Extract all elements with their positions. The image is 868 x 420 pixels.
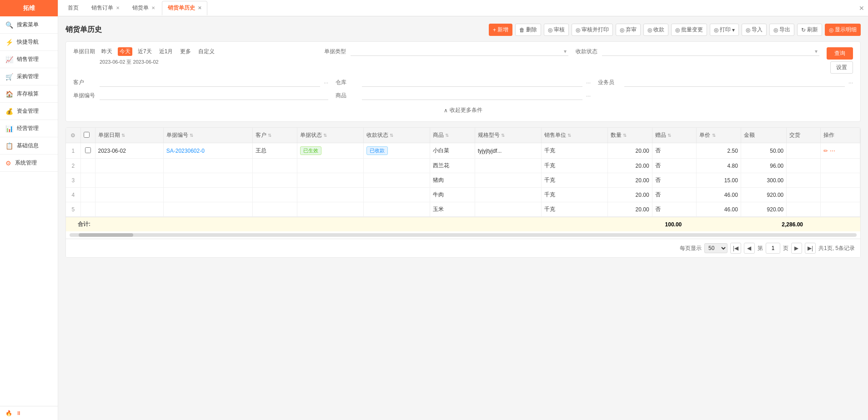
row-checkbox[interactable] xyxy=(80,159,95,173)
col-gift[interactable]: 赠品 ⇅ xyxy=(652,128,697,143)
query-button[interactable]: 查询 xyxy=(827,47,853,60)
filter-row-3: 单据编号 商品 ··· xyxy=(73,91,853,100)
collapse-button[interactable]: ∧ 收起更多条件 xyxy=(73,105,853,116)
tab-close-icon[interactable]: ✕ xyxy=(151,5,155,10)
tab-close-icon[interactable]: ✕ xyxy=(116,5,120,10)
col-doc-status[interactable]: 单据状态 ⇅ xyxy=(297,128,363,143)
sidebar-item-quick-nav[interactable]: ⚡ 快捷导航 xyxy=(0,34,58,51)
settings-button[interactable]: 设置 xyxy=(830,61,853,74)
col-gear[interactable]: ⚙ xyxy=(66,128,80,143)
goods-select-icon[interactable]: ··· xyxy=(586,93,591,99)
row-customer xyxy=(252,159,297,173)
collect-status-select[interactable]: ▾ xyxy=(602,47,819,56)
first-page-button[interactable]: |◀ xyxy=(730,243,741,254)
filter-row-2: 客户 ··· 仓库 ··· 业务员 ··· xyxy=(73,78,853,87)
select-all-checkbox[interactable] xyxy=(84,132,90,138)
date-shortcut-today[interactable]: 今天 xyxy=(118,47,132,56)
cart-icon: 🛒 xyxy=(5,73,13,80)
sidebar-item-finance[interactable]: 💰 资金管理 xyxy=(0,103,58,120)
sidebar-item-operations[interactable]: 📊 经营管理 xyxy=(0,120,58,137)
batch-change-button[interactable]: ◎ 批量变更 xyxy=(671,24,707,36)
page-header: 销货单历史 + 新增 🗑 删除 ◎ 审核 ◎ 审核并打印 xyxy=(65,24,861,36)
sidebar-item-sales-mgmt[interactable]: 📈 销售管理 xyxy=(0,51,58,68)
refresh-icon: ↻ xyxy=(801,27,806,33)
prev-page-button[interactable]: ◀ xyxy=(744,243,755,254)
doc-no-input[interactable] xyxy=(100,91,328,100)
goods-input[interactable] xyxy=(362,91,582,100)
refresh-button[interactable]: ↻ 刷新 xyxy=(797,24,822,36)
sidebar-item-inventory[interactable]: 🏠 库存核算 xyxy=(0,85,58,103)
sidebar-bottom-icon1[interactable]: 🔥 xyxy=(5,410,12,416)
tab-sales-goods[interactable]: 销货单 ✕ xyxy=(126,1,161,15)
row-collect-status xyxy=(363,202,430,217)
customer-select-icon[interactable]: ··· xyxy=(324,80,328,86)
last-page-button[interactable]: ▶| xyxy=(805,243,816,254)
col-goods[interactable]: 商品 ⇅ xyxy=(430,128,475,143)
sidebar-item-purchase-mgmt[interactable]: 🛒 采购管理 xyxy=(0,68,58,85)
col-spec-model[interactable]: 规格型号 ⇅ xyxy=(475,128,541,143)
col-unit-price[interactable]: 单价 ⇅ xyxy=(697,128,741,143)
row-doc-no[interactable] xyxy=(163,188,252,202)
tab-close-icon[interactable]: ✕ xyxy=(198,5,201,10)
gear-settings-icon[interactable]: ⚙ xyxy=(70,132,75,139)
row-collect-status xyxy=(363,159,430,173)
warehouse-select-icon[interactable]: ··· xyxy=(586,80,591,86)
page-size-select[interactable]: 50 100 200 xyxy=(704,243,728,253)
salesperson-input[interactable] xyxy=(624,78,845,87)
collect-status-input[interactable] xyxy=(604,48,815,55)
sidebar-item-basic-info[interactable]: 📋 基础信息 xyxy=(0,137,58,155)
tab-sales-order[interactable]: 销售订单 ✕ xyxy=(85,1,125,15)
import-button[interactable]: ◎ 导入 xyxy=(742,24,767,36)
add-button[interactable]: + 新增 xyxy=(489,24,512,36)
doc-type-select[interactable]: ▾ xyxy=(351,47,568,56)
horizontal-scrollbar[interactable] xyxy=(70,233,857,237)
sidebar-item-search-menu[interactable]: 🔍 搜索菜单 xyxy=(0,16,58,34)
col-quantity[interactable]: 数量 ⇅ xyxy=(607,128,652,143)
row-doc-no[interactable] xyxy=(163,202,252,217)
row-checkbox[interactable] xyxy=(80,202,95,217)
row-select-checkbox[interactable] xyxy=(85,147,91,153)
display-detail-button[interactable]: ◎ 显示明细 xyxy=(825,24,861,36)
close-all-tabs-button[interactable]: ✕ xyxy=(859,5,864,12)
col-amount: 金额 xyxy=(741,128,786,143)
row-checkbox[interactable] xyxy=(80,173,95,188)
date-shortcut-yesterday[interactable]: 昨天 xyxy=(100,47,114,56)
row-doc-no[interactable] xyxy=(163,159,252,173)
edit-action-btn[interactable]: ✏ xyxy=(823,148,828,154)
print-button[interactable]: ◎ 打印 ▾ xyxy=(710,24,739,36)
tab-home[interactable]: 首页 xyxy=(62,1,85,15)
next-page-button[interactable]: ▶ xyxy=(791,243,802,254)
row-checkbox[interactable] xyxy=(80,188,95,202)
date-shortcut-more[interactable]: 更多 xyxy=(178,47,193,56)
row-checkbox[interactable] xyxy=(80,143,95,159)
date-shortcut-1month[interactable]: 近1月 xyxy=(157,47,175,56)
col-collect-status[interactable]: 收款状态 ⇅ xyxy=(363,128,430,143)
row-doc-no[interactable] xyxy=(163,173,252,188)
row-customer xyxy=(252,173,297,188)
col-doc-no[interactable]: 单据编号 ⇅ xyxy=(163,128,252,143)
delete-button[interactable]: 🗑 删除 xyxy=(515,24,541,36)
customer-input[interactable] xyxy=(100,78,320,87)
date-shortcut-custom[interactable]: 自定义 xyxy=(196,47,216,56)
audit-button[interactable]: ◎ 审核 xyxy=(544,24,569,36)
doc-type-input[interactable] xyxy=(352,48,563,55)
sidebar-item-sys-mgmt[interactable]: ⚙ 系统管理 xyxy=(0,155,58,172)
more-action-btn[interactable]: ⋯ xyxy=(830,148,835,154)
date-shortcut-7days[interactable]: 近7天 xyxy=(136,47,154,56)
sidebar-item-label: 经营管理 xyxy=(17,125,39,132)
tab-sales-goods-history[interactable]: 销货单历史 ✕ xyxy=(162,1,207,15)
row-doc-no[interactable]: SA-20230602-0 xyxy=(163,143,252,159)
audit-print-button[interactable]: ◎ 审核并打印 xyxy=(572,24,613,36)
col-customer[interactable]: 客户 ⇅ xyxy=(252,128,297,143)
sidebar-bottom-icon2[interactable]: ⏸ xyxy=(16,410,21,416)
warehouse-input[interactable] xyxy=(362,78,582,87)
table-row: 1 2023-06-02 SA-20230602-0 王总 已生效 已收款 小白… xyxy=(66,143,860,159)
salesperson-select-icon[interactable]: ··· xyxy=(848,80,853,86)
page-input[interactable] xyxy=(766,243,780,254)
scroll-thumb[interactable] xyxy=(79,233,133,237)
collect-button[interactable]: ◎ 收款 xyxy=(643,24,668,36)
col-sales-unit[interactable]: 销售单位 ⇅ xyxy=(541,128,607,143)
export-button[interactable]: ◎ 导出 xyxy=(769,24,794,36)
col-doc-date[interactable]: 单据日期 ⇅ xyxy=(95,128,163,143)
abandon-button[interactable]: ◎ 弃审 xyxy=(616,24,641,36)
